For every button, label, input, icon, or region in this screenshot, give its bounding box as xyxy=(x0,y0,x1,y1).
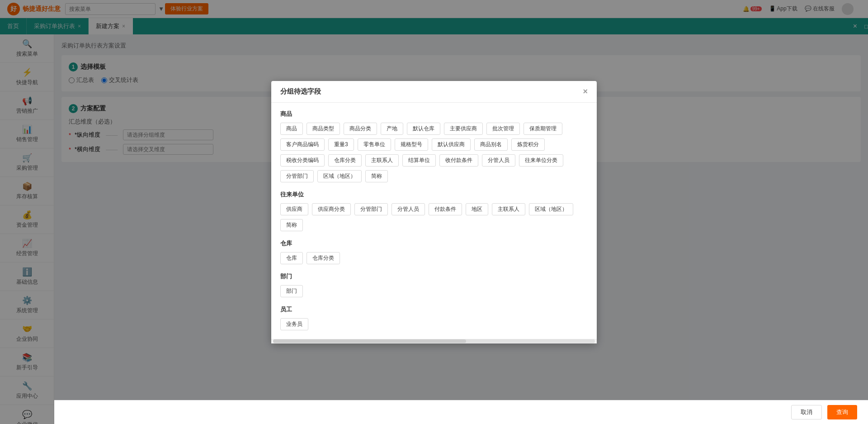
field-tag-0-17[interactable]: 主联系人 xyxy=(365,154,399,167)
field-tags-4: 业务员 xyxy=(280,318,588,330)
field-tags-3: 部门 xyxy=(280,285,588,297)
field-section-3: 部门部门 xyxy=(280,272,588,297)
modal-horizontal-scrollbar[interactable] xyxy=(271,339,597,343)
field-tag-0-13[interactable]: 商品别名 xyxy=(474,138,508,151)
page-footer: 取消 查询 xyxy=(54,400,868,424)
section-title-4: 员工 xyxy=(280,305,588,314)
confirm-button[interactable]: 查询 xyxy=(827,405,857,419)
field-tag-0-8[interactable]: 客户商品编码 xyxy=(280,138,325,151)
field-tag-0-23[interactable]: 区域（地区） xyxy=(317,170,362,182)
field-section-2: 仓库仓库仓库分类 xyxy=(280,239,588,264)
field-tag-0-0[interactable]: 商品 xyxy=(280,123,303,135)
field-tag-2-0[interactable]: 仓库 xyxy=(280,252,303,264)
field-tag-0-7[interactable]: 保质期管理 xyxy=(524,123,562,135)
field-tag-1-2[interactable]: 分管部门 xyxy=(354,203,388,215)
field-tag-0-20[interactable]: 分管人员 xyxy=(482,154,515,167)
cancel-button[interactable]: 取消 xyxy=(791,405,822,419)
field-section-1: 往来单位供应商供应商分类分管部门分管人员付款条件地区主联系人区域（地区）简称 xyxy=(280,191,588,231)
modal-title: 分组待选字段 xyxy=(280,87,321,96)
field-tag-0-19[interactable]: 收付款条件 xyxy=(439,154,478,167)
field-tag-0-2[interactable]: 商品分类 xyxy=(344,123,377,135)
field-tag-1-5[interactable]: 地区 xyxy=(466,203,488,215)
field-tag-0-9[interactable]: 重量3 xyxy=(328,138,354,151)
field-section-0: 商品商品商品类型商品分类产地默认仓库主要供应商批次管理保质期管理客户商品编码重量… xyxy=(280,110,588,182)
field-tag-0-22[interactable]: 分管部门 xyxy=(280,170,314,182)
field-tag-0-4[interactable]: 默认仓库 xyxy=(407,123,440,135)
field-tag-0-16[interactable]: 仓库分类 xyxy=(328,154,362,167)
modal-overlay: 分组待选字段 × 商品商品商品类型商品分类产地默认仓库主要供应商批次管理保质期管… xyxy=(0,0,868,424)
field-tags-0: 商品商品类型商品分类产地默认仓库主要供应商批次管理保质期管理客户商品编码重量3零… xyxy=(280,123,588,182)
field-tag-0-3[interactable]: 产地 xyxy=(381,123,403,135)
field-tag-1-7[interactable]: 区域（地区） xyxy=(529,203,573,215)
field-tag-0-1[interactable]: 商品类型 xyxy=(307,123,340,135)
field-tag-3-0[interactable]: 部门 xyxy=(280,285,303,297)
field-tag-0-14[interactable]: 炼货积分 xyxy=(511,138,545,151)
field-tag-0-15[interactable]: 税收分类编码 xyxy=(280,154,325,167)
field-tag-1-6[interactable]: 主联系人 xyxy=(492,203,525,215)
modal-header: 分组待选字段 × xyxy=(271,81,597,103)
field-select-modal: 分组待选字段 × 商品商品商品类型商品分类产地默认仓库主要供应商批次管理保质期管… xyxy=(271,81,597,343)
section-title-2: 仓库 xyxy=(280,239,588,248)
field-tags-2: 仓库仓库分类 xyxy=(280,252,588,264)
scroll-thumb xyxy=(273,339,466,343)
scroll-track xyxy=(273,339,595,343)
field-section-4: 员工业务员 xyxy=(280,305,588,330)
field-tag-0-21[interactable]: 往来单位分类 xyxy=(519,154,563,167)
field-tag-1-3[interactable]: 分管人员 xyxy=(392,203,425,215)
field-tags-1: 供应商供应商分类分管部门分管人员付款条件地区主联系人区域（地区）简称 xyxy=(280,203,588,231)
modal-close-btn[interactable]: × xyxy=(583,87,588,95)
field-tag-0-6[interactable]: 批次管理 xyxy=(486,123,520,135)
field-tag-0-18[interactable]: 结算单位 xyxy=(402,154,436,167)
field-tag-1-1[interactable]: 供应商分类 xyxy=(312,203,351,215)
field-tag-0-10[interactable]: 零售单位 xyxy=(358,138,391,151)
field-tag-0-11[interactable]: 规格型号 xyxy=(395,138,428,151)
field-tag-0-24[interactable]: 简称 xyxy=(365,170,388,182)
field-tag-2-1[interactable]: 仓库分类 xyxy=(307,252,340,264)
section-title-3: 部门 xyxy=(280,272,588,281)
field-tag-1-8[interactable]: 简称 xyxy=(280,219,303,231)
field-tag-0-12[interactable]: 默认供应商 xyxy=(432,138,471,151)
field-tag-1-4[interactable]: 付款条件 xyxy=(429,203,462,215)
field-tag-4-0[interactable]: 业务员 xyxy=(280,318,308,330)
field-tag-1-0[interactable]: 供应商 xyxy=(280,203,308,215)
field-tag-0-5[interactable]: 主要供应商 xyxy=(444,123,483,135)
section-title-0: 商品 xyxy=(280,110,588,118)
modal-body: 商品商品商品类型商品分类产地默认仓库主要供应商批次管理保质期管理客户商品编码重量… xyxy=(271,103,597,339)
section-title-1: 往来单位 xyxy=(280,191,588,199)
